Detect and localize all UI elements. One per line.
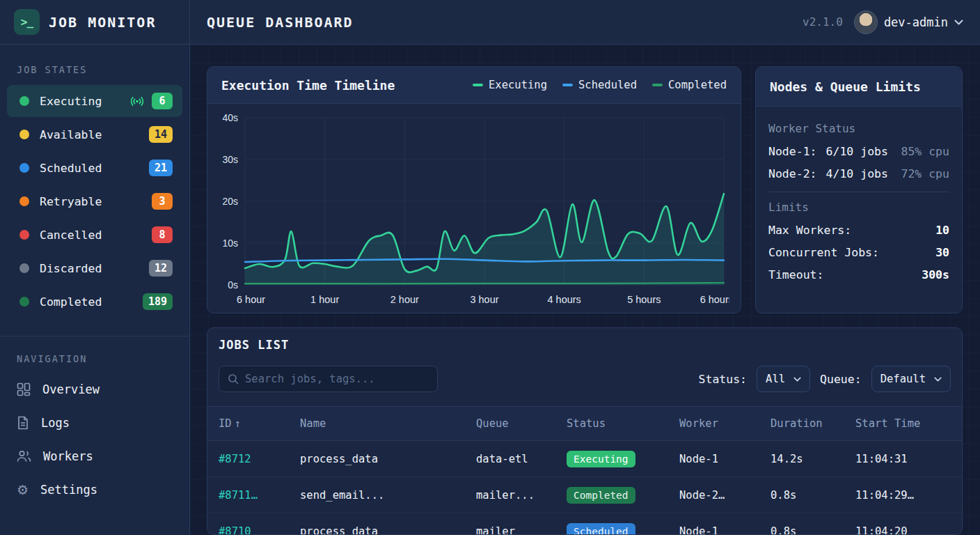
table-row[interactable]: #8711… send_email... mailer... Completed… bbox=[207, 477, 962, 513]
status-badge: Scheduled bbox=[567, 523, 635, 535]
legend-label: Completed bbox=[668, 79, 727, 91]
column-duration[interactable]: Duration bbox=[770, 417, 855, 430]
limit-label: Max Workers: bbox=[768, 224, 851, 237]
discarded-dot-icon bbox=[19, 263, 29, 273]
sidebar-item-settings[interactable]: ⚙ Settings bbox=[0, 473, 189, 506]
queue-filter-select[interactable]: Default bbox=[871, 366, 951, 392]
avatar[interactable] bbox=[854, 10, 878, 34]
column-name[interactable]: Name bbox=[300, 417, 476, 430]
divider bbox=[768, 192, 949, 192]
scheduled-dot-icon bbox=[19, 163, 29, 173]
limit-row: Max Workers: 10 bbox=[768, 224, 949, 237]
sidebar-item-completed[interactable]: Completed 189 bbox=[7, 286, 182, 318]
node-cpu: 72% cpu bbox=[901, 167, 949, 180]
job-id-link[interactable]: #8712 bbox=[219, 453, 300, 465]
terminal-glyph: >_ bbox=[21, 15, 33, 29]
limit-label: Timeout: bbox=[768, 268, 823, 281]
state-label: Scheduled bbox=[40, 162, 102, 175]
terminal-icon: >_ bbox=[14, 9, 40, 35]
state-label: Completed bbox=[40, 295, 102, 309]
sidebar-item-scheduled[interactable]: Scheduled 21 bbox=[7, 152, 182, 184]
column-worker[interactable]: Worker bbox=[679, 417, 770, 430]
node-status-row: Node-2: 4/10 jobs 72% cpu bbox=[768, 167, 949, 180]
node-jobs: 6/10 jobs bbox=[826, 145, 888, 158]
job-start-time: 11:04:31 bbox=[855, 453, 951, 465]
search-box[interactable] bbox=[219, 366, 438, 392]
worker-status-header: Worker Status bbox=[768, 122, 949, 135]
user-menu[interactable]: dev-admin bbox=[854, 10, 963, 34]
retryable-dot-icon bbox=[19, 196, 29, 206]
chevron-down-icon bbox=[954, 20, 963, 25]
chart-legend: Executing Scheduled Completed bbox=[473, 79, 727, 91]
nav-label: Logs bbox=[41, 416, 70, 430]
status-badge: Completed bbox=[567, 487, 635, 504]
job-id-link[interactable]: #8711… bbox=[219, 489, 300, 502]
app-brand: >_ JOB MONITOR bbox=[0, 0, 190, 44]
jobs-list-card: JOBS LIST Status: All Queue: D bbox=[207, 327, 963, 535]
svg-text:20s: 20s bbox=[222, 196, 238, 207]
column-status[interactable]: Status bbox=[567, 417, 679, 430]
sidebar-item-workers[interactable]: Workers bbox=[0, 440, 189, 473]
job-name: send_email... bbox=[300, 489, 476, 502]
grid-icon bbox=[17, 382, 31, 396]
legend-swatch bbox=[562, 84, 573, 86]
job-worker: Node-2… bbox=[679, 489, 770, 502]
count-badge: 189 bbox=[143, 293, 173, 310]
main-content: Execution Time Timeline Executing Schedu… bbox=[190, 45, 980, 535]
gear-icon: ⚙ bbox=[17, 483, 29, 497]
chevron-down-icon bbox=[793, 377, 801, 382]
sidebar-item-overview[interactable]: Overview bbox=[0, 373, 189, 406]
status-filter-select[interactable]: All bbox=[757, 366, 810, 392]
legend-label: Executing bbox=[489, 79, 547, 91]
navigation-header: NAVIGATION bbox=[0, 346, 189, 373]
queue-filter-label: Queue: bbox=[820, 373, 862, 386]
timeline-card: Execution Time Timeline Executing Schedu… bbox=[207, 66, 741, 313]
limit-value: 30 bbox=[935, 246, 949, 259]
limit-value: 300s bbox=[922, 268, 949, 281]
svg-text:1 hour: 1 hour bbox=[310, 294, 339, 305]
username: dev-admin bbox=[884, 15, 948, 29]
sidebar-item-executing[interactable]: Executing 6 bbox=[7, 85, 182, 117]
column-id[interactable]: ID↑ bbox=[219, 417, 300, 430]
job-duration: 0.8s bbox=[770, 489, 855, 502]
svg-text:6 hour: 6 hour bbox=[237, 294, 265, 305]
node-status-row: Node-1: 6/10 jobs 85% cpu bbox=[768, 145, 949, 158]
table-row[interactable]: #8710 process_data mailer Scheduled Node… bbox=[207, 513, 962, 535]
legend-label: Scheduled bbox=[578, 79, 637, 91]
job-states-header: JOB STATES bbox=[0, 57, 189, 84]
document-icon bbox=[17, 416, 29, 430]
select-value: All bbox=[766, 373, 785, 385]
count-badge: 8 bbox=[152, 226, 173, 243]
legend-item-scheduled: Scheduled bbox=[562, 79, 637, 91]
legend-swatch bbox=[473, 84, 483, 86]
search-input[interactable] bbox=[245, 373, 429, 385]
node-cpu: 85% cpu bbox=[901, 145, 949, 158]
svg-text:40s: 40s bbox=[222, 112, 238, 123]
column-start-time[interactable]: Start Time bbox=[855, 417, 951, 430]
state-label: Discarded bbox=[40, 262, 102, 275]
nav-label: Settings bbox=[40, 483, 97, 497]
users-icon bbox=[17, 450, 31, 463]
sidebar-item-available[interactable]: Available 14 bbox=[7, 118, 182, 150]
job-queue: mailer bbox=[476, 525, 567, 535]
count-badge: 14 bbox=[149, 126, 173, 143]
column-queue[interactable]: Queue bbox=[476, 417, 567, 430]
legend-item-completed: Completed bbox=[652, 79, 727, 91]
sidebar-item-discarded[interactable]: Discarded 12 bbox=[7, 252, 182, 284]
count-badge: 21 bbox=[149, 160, 173, 176]
count-badge: 3 bbox=[152, 193, 173, 210]
job-id-link[interactable]: #8710 bbox=[219, 525, 300, 535]
job-queue: mailer... bbox=[476, 489, 567, 502]
nav-label: Workers bbox=[43, 449, 93, 463]
jobs-list-title: JOBS LIST bbox=[207, 338, 962, 352]
sidebar-item-cancelled[interactable]: Cancelled 8 bbox=[7, 219, 182, 251]
node-jobs: 4/10 jobs bbox=[826, 167, 888, 180]
node-label: Node-1: bbox=[768, 145, 817, 158]
page-title: QUEUE DASHBOARD bbox=[207, 14, 354, 31]
nav-label: Overview bbox=[42, 382, 100, 396]
job-duration: 14.2s bbox=[770, 453, 855, 465]
table-row[interactable]: #8712 process_data data-etl Executing No… bbox=[207, 441, 962, 477]
cancelled-dot-icon bbox=[19, 230, 29, 240]
sidebar-item-retryable[interactable]: Retryable 3 bbox=[7, 185, 182, 217]
sidebar-item-logs[interactable]: Logs bbox=[0, 406, 189, 440]
